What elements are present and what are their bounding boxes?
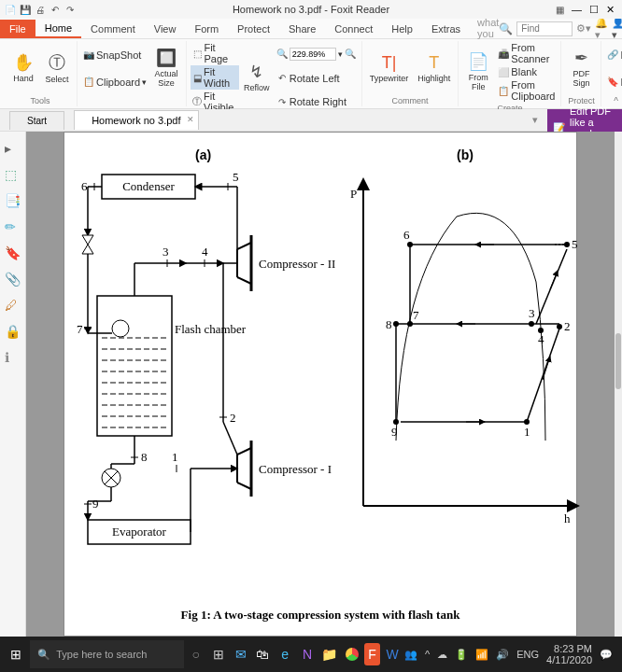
app-store-icon[interactable]: 🛍: [252, 640, 273, 668]
hand-tool[interactable]: ✋Hand: [7, 41, 39, 95]
app-edge-icon[interactable]: e: [275, 640, 295, 668]
find-input[interactable]: [516, 21, 573, 36]
tab-help[interactable]: Help: [382, 21, 422, 37]
fitpage-button[interactable]: ⬚Fit Page: [191, 41, 239, 65]
vertical-scrollbar[interactable]: [615, 132, 622, 637]
snapshot-button[interactable]: 📷SnapShot: [81, 49, 148, 62]
actual-size-button[interactable]: 🔲Actual Size: [150, 41, 182, 95]
tray-lang[interactable]: ENG: [516, 649, 539, 660]
find-dropdown-icon[interactable]: ⚙▾: [576, 22, 591, 35]
qat-save-icon[interactable]: 💾: [19, 3, 32, 16]
tab-connect[interactable]: Connect: [325, 21, 382, 37]
bookmarks-panel-icon[interactable]: 🔖: [5, 245, 21, 262]
app-foxit-icon[interactable]: F: [364, 643, 380, 665]
select-tool[interactable]: ⓉSelect: [41, 41, 73, 95]
cortana-icon[interactable]: ○: [186, 640, 206, 668]
fromclipboard-button[interactable]: 📋From Clipboard: [496, 78, 557, 103]
tray-sound-icon[interactable]: 🔊: [496, 649, 509, 661]
qat-new-icon[interactable]: 📄: [4, 3, 17, 16]
expand-panel-icon[interactable]: ▸: [5, 141, 21, 158]
tray-onedrive-icon[interactable]: ☁: [437, 649, 447, 661]
minimize-button[interactable]: —: [572, 4, 582, 15]
typewriter-button[interactable]: T|Typewriter: [366, 41, 413, 95]
bookmark-button[interactable]: 🔖Bookmark: [605, 76, 622, 89]
tab-start[interactable]: Start: [9, 111, 64, 130]
tray-up-icon[interactable]: ^: [425, 649, 430, 660]
taskbar-search[interactable]: 🔍Type here to search: [30, 640, 184, 668]
scroll-thumb[interactable]: [615, 333, 621, 389]
zoom-control[interactable]: 🔍 ▾ 🔍: [275, 47, 358, 62]
qat-print-icon[interactable]: 🖨: [34, 3, 47, 16]
close-tab-icon[interactable]: ✕: [187, 115, 194, 124]
close-button[interactable]: ✕: [606, 4, 615, 16]
rotateright-button[interactable]: ↷Rotate Right: [275, 95, 358, 108]
attachments-panel-icon[interactable]: 📎: [5, 272, 21, 288]
tab-home[interactable]: Home: [35, 20, 81, 38]
tab-comment[interactable]: Comment: [81, 21, 145, 37]
actualsize-icon: 🔲: [156, 48, 177, 68]
qat-undo-icon[interactable]: ↶: [49, 3, 62, 16]
tray-notification-icon[interactable]: 💬: [600, 649, 613, 661]
link-icon: 🔗: [607, 49, 618, 61]
fromfile-button[interactable]: 📄From File: [462, 41, 494, 103]
ribbon-tabs: File Home Comment View Form Protect Shar…: [0, 19, 622, 39]
window-title: Homework no 3.pdf - Foxit Reader: [233, 4, 389, 15]
left-sidebar: ▸ ⬚ 📑 ✏ 🔖 📎 🖊 🔒 ℹ: [0, 132, 26, 637]
group-comment-label: Comment: [366, 95, 455, 106]
zoom-input[interactable]: [290, 48, 336, 61]
rotateright-icon: ↷: [276, 96, 288, 107]
bell-icon[interactable]: 🔔▾: [595, 17, 608, 41]
app-word-icon[interactable]: W: [382, 640, 403, 668]
svg-text:Compressor - II: Compressor - II: [259, 257, 335, 271]
link-button[interactable]: 🔗Link: [605, 49, 622, 62]
blank-button[interactable]: ⬜Blank: [496, 65, 557, 78]
taskview-icon[interactable]: ⊞: [208, 640, 229, 668]
svg-text:Compressor - I: Compressor - I: [259, 462, 332, 476]
layers-panel-icon[interactable]: 📑: [5, 193, 21, 210]
svg-text:2: 2: [564, 319, 571, 333]
tab-view[interactable]: View: [145, 21, 186, 37]
clipboard-button[interactable]: 📋Clipboard ▾: [81, 76, 148, 89]
reflow-button[interactable]: ↯Reflow: [241, 41, 273, 114]
svg-text:7: 7: [77, 322, 83, 336]
hand-icon: ✋: [13, 52, 34, 73]
security-panel-icon[interactable]: 🔒: [5, 324, 21, 341]
app-explorer-icon[interactable]: 📁: [319, 640, 340, 668]
tab-current-doc[interactable]: Homework no 3.pdf✕: [74, 110, 198, 130]
signatures-panel-icon[interactable]: 🖊: [5, 298, 21, 315]
group-view: ⬚Fit Page ⬓Fit Width ⓉFit Visible ↯Reflo…: [187, 41, 362, 106]
pdfsign-button[interactable]: ✒PDF Sign: [565, 41, 597, 95]
fromscanner-button[interactable]: 📠From Scanner: [496, 41, 557, 65]
tray-wifi-icon[interactable]: 📶: [475, 649, 488, 661]
svg-text:5: 5: [572, 237, 578, 251]
tray-people-icon[interactable]: 👥: [404, 649, 417, 661]
signin-icon[interactable]: 👤▾: [612, 17, 622, 41]
svg-text:4: 4: [202, 245, 208, 259]
document-area[interactable]: (a) (b) Condenser 5 6: [26, 132, 615, 637]
pages-panel-icon[interactable]: ⬚: [5, 167, 21, 184]
tray-battery-icon[interactable]: 🔋: [455, 649, 468, 661]
app-mail-icon[interactable]: ✉: [231, 640, 251, 668]
tab-extras[interactable]: Extras: [422, 21, 470, 37]
app-chrome-icon[interactable]: [342, 640, 362, 668]
tray-clock[interactable]: 8:23 PM4/11/2020: [546, 643, 592, 665]
fitwidth-button[interactable]: ⬓Fit Width: [191, 65, 239, 90]
comments-panel-icon[interactable]: ✏: [5, 219, 21, 236]
svg-text:6: 6: [403, 228, 410, 242]
start-button[interactable]: ⊞: [4, 640, 28, 668]
file-tab[interactable]: File: [0, 20, 35, 38]
svg-text:Flash chamber: Flash chamber: [175, 322, 247, 336]
info-panel-icon[interactable]: ℹ: [5, 350, 21, 367]
svg-line-61: [223, 422, 237, 455]
app-onenote-icon[interactable]: N: [297, 640, 318, 668]
maximize-button[interactable]: ☐: [589, 4, 599, 16]
tab-share[interactable]: Share: [279, 21, 325, 37]
svg-point-85: [557, 324, 562, 329]
tab-protect[interactable]: Protect: [228, 21, 279, 37]
rotateleft-button[interactable]: ↶Rotate Left: [275, 72, 358, 85]
qat-redo-icon[interactable]: ↷: [64, 3, 77, 16]
grid-icon[interactable]: ▦: [556, 5, 564, 15]
tab-form[interactable]: Form: [185, 21, 228, 37]
rotateleft-icon: ↶: [276, 73, 288, 84]
highlight-button[interactable]: THighlight: [414, 41, 454, 95]
